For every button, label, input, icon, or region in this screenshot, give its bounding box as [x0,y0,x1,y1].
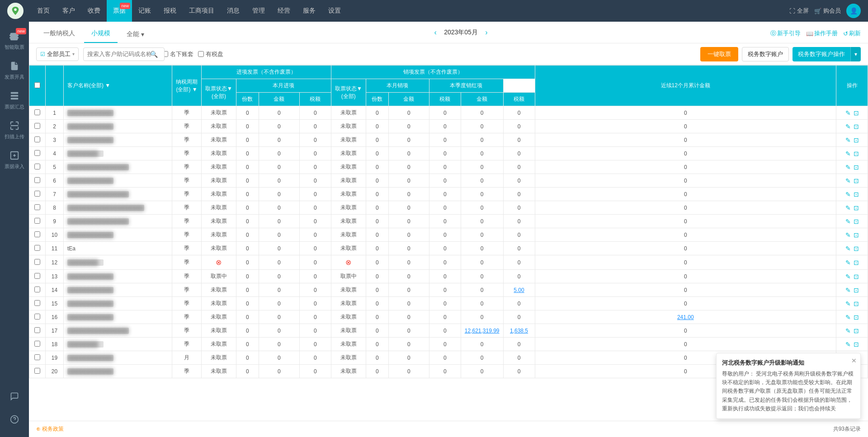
new-guide-link[interactable]: ⓪ 新手引导 [770,29,801,38]
copy-btn[interactable]: ⊡ [854,259,859,266]
copy-btn[interactable]: ⊡ [854,164,859,171]
cell-checkbox[interactable] [29,310,46,324]
sidebar-item-entry[interactable]: 票据录入 [0,145,29,174]
edit-btn[interactable]: ✎ [845,287,851,294]
row-checkbox[interactable] [34,177,40,183]
refresh-link[interactable]: ↺ 刷新 [843,29,861,38]
red-tax-value[interactable]: 5.00 [514,287,524,293]
edit-btn[interactable]: ✎ [845,123,851,130]
edit-btn[interactable]: ✎ [845,204,851,211]
edit-btn[interactable]: ✎ [845,231,851,239]
edit-btn[interactable]: ✎ [845,177,851,184]
row-checkbox[interactable] [34,204,40,210]
copy-btn[interactable]: ⊡ [854,150,859,157]
edit-btn[interactable]: ✎ [845,300,851,307]
period-prev-btn[interactable]: ‹ [430,28,440,38]
row-checkbox[interactable] [34,109,40,115]
cell-checkbox[interactable] [29,255,46,270]
row-checkbox[interactable] [34,218,40,224]
notification-close-btn[interactable]: ✕ [851,357,857,364]
cell-checkbox[interactable] [29,351,46,365]
row-checkbox[interactable] [34,123,40,129]
red-amount-value[interactable]: 12,621,319.99 [465,328,500,334]
copy-btn[interactable]: ⊡ [854,109,859,117]
edit-btn[interactable]: ✎ [845,150,851,157]
sidebar-item-scan[interactable]: 扫描上传 [0,115,29,145]
has-tax-disk-checkbox[interactable]: 有税盘 [198,50,223,58]
copy-btn[interactable]: ⊡ [854,191,859,198]
cell-checkbox[interactable] [29,120,46,133]
red-tax-value[interactable]: 1,638.5 [510,328,528,334]
tab-all-ability[interactable]: 全能 ▾ [119,26,151,43]
copy-btn[interactable]: ⊡ [854,136,859,144]
sidebar-item-help[interactable] [0,409,29,432]
copy-btn[interactable]: ⊡ [854,177,859,184]
tab-general-taxpayer[interactable]: 一般纳税人 [36,25,82,43]
cell-checkbox[interactable] [29,160,46,174]
copy-btn[interactable]: ⊡ [854,245,859,252]
select-all-checkbox[interactable] [34,82,40,88]
cell-checkbox[interactable] [29,228,46,242]
edit-btn[interactable]: ✎ [845,218,851,225]
edit-btn[interactable]: ✎ [845,245,851,252]
edit-btn[interactable]: ✎ [845,314,851,321]
nav-business[interactable]: 工商项目 [183,0,221,22]
th-out-ticket-status[interactable]: 取票状态▼(全部) [331,79,366,106]
row-checkbox[interactable] [34,136,40,142]
cell-checkbox[interactable] [29,324,46,338]
edit-btn[interactable]: ✎ [845,327,851,334]
edit-btn[interactable]: ✎ [845,273,851,280]
cell-checkbox[interactable] [29,106,46,120]
copy-btn[interactable]: ⊡ [854,204,859,211]
row-checkbox[interactable] [34,259,40,265]
cell-checkbox[interactable] [29,297,46,310]
row-checkbox[interactable] [34,287,40,292]
row-checkbox[interactable] [34,327,40,333]
copy-btn[interactable]: ⊡ [854,300,859,307]
cum12-value[interactable]: 241.00 [677,314,694,320]
manual-link[interactable]: 📖 操作手册 [806,29,838,38]
edit-btn[interactable]: ✎ [845,164,851,171]
row-checkbox[interactable] [34,354,40,360]
under-account-checkbox[interactable]: 名下账套 [162,50,193,58]
row-checkbox[interactable] [34,273,40,279]
copy-btn[interactable]: ⊡ [854,231,859,239]
sidebar-item-invoice-open[interactable]: 发票开具 [0,55,29,85]
nav-settings[interactable]: 设置 [322,0,347,22]
copy-btn[interactable]: ⊡ [854,314,859,321]
nav-invoice[interactable]: 票据 new [107,0,132,22]
cell-checkbox[interactable] [29,365,46,378]
th-customer-name[interactable]: 客户名称(全部) ▼ [64,66,172,106]
nav-tax[interactable]: 报税 [157,0,183,22]
copy-btn[interactable]: ⊡ [854,327,859,334]
copy-btn[interactable]: ⊡ [854,273,859,280]
digital-account-btn[interactable]: 税务数字账户 [742,47,789,61]
digital-ops-main-btn[interactable]: 税务数字账户操作 [793,47,850,61]
th-period[interactable]: 纳税周期(全部) ▼ [172,66,202,106]
row-checkbox[interactable] [34,191,40,197]
search-button[interactable]: 🔍 [150,51,158,58]
edit-btn[interactable]: ✎ [845,136,851,144]
row-checkbox[interactable] [34,231,40,237]
row-checkbox[interactable] [34,300,40,306]
tab-small-scale[interactable]: 小规模 [84,25,118,43]
nav-home[interactable]: 首页 [31,0,56,22]
cell-checkbox[interactable] [29,188,46,201]
row-checkbox[interactable] [34,150,40,156]
nav-message[interactable]: 消息 [221,0,246,22]
one-click-ticket-btn[interactable]: 一键取票 [700,47,738,61]
sidebar-item-smart-ticket[interactable]: 智能取票 new [0,25,29,55]
cell-checkbox[interactable] [29,147,46,160]
copy-btn[interactable]: ⊡ [854,341,859,348]
cell-checkbox[interactable] [29,338,46,351]
edit-btn[interactable]: ✎ [845,191,851,198]
sidebar-item-message[interactable] [0,385,29,409]
nav-billing[interactable]: 收费 [81,0,107,22]
cell-checkbox[interactable] [29,201,46,215]
period-next-btn[interactable]: › [481,28,491,38]
cell-checkbox[interactable] [29,133,46,147]
tax-policy-link[interactable]: ⊕ 税务政策 [36,425,64,433]
fullscreen-btn[interactable]: ⛶ 全屏 [789,7,809,15]
copy-btn[interactable]: ⊡ [854,123,859,130]
nav-customer[interactable]: 客户 [56,0,81,22]
